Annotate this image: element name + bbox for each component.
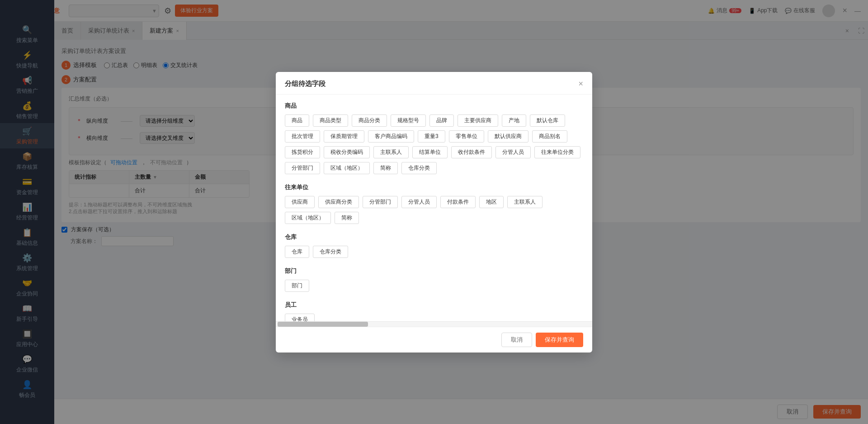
field-tag[interactable]: 收付款条件 xyxy=(451,146,492,158)
field-tag[interactable]: 批次管理 xyxy=(285,130,320,143)
field-tag[interactable]: 往来单位分类 xyxy=(534,146,580,158)
field-tag[interactable]: 商品别名 xyxy=(532,130,567,143)
field-tag[interactable]: 分管部门 xyxy=(285,162,320,174)
field-tag[interactable]: 重量3 xyxy=(418,130,445,143)
field-tag[interactable]: 产地 xyxy=(502,114,526,127)
field-tag[interactable]: 商品类型 xyxy=(313,114,348,127)
field-group-title-warehouse: 仓库 xyxy=(285,233,583,241)
field-group-title-department: 部门 xyxy=(285,267,583,275)
field-tags-partner: 供应商供应商分类分管部门分管人员付款条件地区主联系人区域（地区）简称 xyxy=(285,196,583,224)
field-group-department: 部门部门 xyxy=(285,267,583,292)
field-tag[interactable]: 简称 xyxy=(373,162,398,174)
field-tags-product: 商品商品类型商品分类规格型号品牌主要供应商产地默认仓库批次管理保质期管理客户商品… xyxy=(285,114,583,174)
modal-cancel-btn[interactable]: 取消 xyxy=(501,333,532,347)
field-tag[interactable]: 默认仓库 xyxy=(530,114,565,127)
field-tag[interactable]: 简称 xyxy=(335,212,359,224)
field-tags-warehouse: 仓库仓库分类 xyxy=(285,246,583,258)
field-tags-employee: 业务员 xyxy=(285,314,583,321)
modal: 分组待选字段 × 商品商品商品类型商品分类规格型号品牌主要供应商产地默认仓库批次… xyxy=(276,72,592,353)
modal-save-btn[interactable]: 保存并查询 xyxy=(536,333,583,347)
modal-title: 分组待选字段 xyxy=(285,80,326,88)
field-tag[interactable]: 商品 xyxy=(285,114,309,127)
field-group-warehouse: 仓库仓库仓库分类 xyxy=(285,233,583,258)
field-group-title-product: 商品 xyxy=(285,102,583,110)
field-tag[interactable]: 地区 xyxy=(479,196,504,208)
field-group-partner: 往来单位供应商供应商分类分管部门分管人员付款条件地区主联系人区域（地区）简称 xyxy=(285,183,583,224)
field-tag[interactable]: 仓库分类 xyxy=(313,246,348,258)
field-tag[interactable]: 供应商 xyxy=(285,196,315,208)
field-tag[interactable]: 默认供应商 xyxy=(488,130,528,143)
field-tag[interactable]: 保质期管理 xyxy=(324,130,364,143)
field-tag[interactable]: 品牌 xyxy=(429,114,454,127)
field-tag[interactable]: 零售单位 xyxy=(449,130,484,143)
field-tags-department: 部门 xyxy=(285,280,583,292)
field-group-title-partner: 往来单位 xyxy=(285,183,583,191)
field-tag[interactable]: 商品分类 xyxy=(352,114,387,127)
modal-close-btn[interactable]: × xyxy=(578,79,583,89)
field-tag[interactable]: 结算单位 xyxy=(412,146,448,158)
field-tag[interactable]: 仓库分类 xyxy=(401,162,437,174)
field-tag[interactable]: 分管部门 xyxy=(363,196,398,208)
modal-footer: 取消 保存并查询 xyxy=(276,327,592,353)
field-tag[interactable]: 区域（地区） xyxy=(324,162,370,174)
field-tag[interactable]: 区域（地区） xyxy=(285,212,331,224)
field-tag[interactable]: 分管人员 xyxy=(401,196,437,208)
field-tag[interactable]: 部门 xyxy=(285,280,309,292)
field-group-product: 商品商品商品类型商品分类规格型号品牌主要供应商产地默认仓库批次管理保质期管理客户… xyxy=(285,102,583,174)
field-tag[interactable]: 拣货积分 xyxy=(285,146,320,158)
field-tag[interactable]: 仓库 xyxy=(285,246,309,258)
field-tag[interactable]: 规格型号 xyxy=(391,114,426,127)
field-tag[interactable]: 供应商分类 xyxy=(318,196,359,208)
field-tag[interactable]: 主要供应商 xyxy=(458,114,498,127)
field-group-title-employee: 员工 xyxy=(285,301,583,309)
field-tag[interactable]: 主联系人 xyxy=(507,196,542,208)
field-tag[interactable]: 付款条件 xyxy=(440,196,476,208)
modal-hscroll[interactable] xyxy=(276,321,592,327)
field-tag[interactable]: 税收分类编码 xyxy=(324,146,370,158)
field-tag[interactable]: 主联系人 xyxy=(373,146,409,158)
modal-body: 商品商品商品类型商品分类规格型号品牌主要供应商产地默认仓库批次管理保质期管理客户… xyxy=(276,95,592,321)
modal-header: 分组待选字段 × xyxy=(276,72,592,95)
field-tag[interactable]: 分管人员 xyxy=(495,146,531,158)
field-tag[interactable]: 客户商品编码 xyxy=(368,130,414,143)
modal-overlay: 分组待选字段 × 商品商品商品类型商品分类规格型号品牌主要供应商产地默认仓库批次… xyxy=(0,0,868,424)
field-group-employee: 员工业务员 xyxy=(285,301,583,321)
field-tag[interactable]: 业务员 xyxy=(285,314,315,321)
